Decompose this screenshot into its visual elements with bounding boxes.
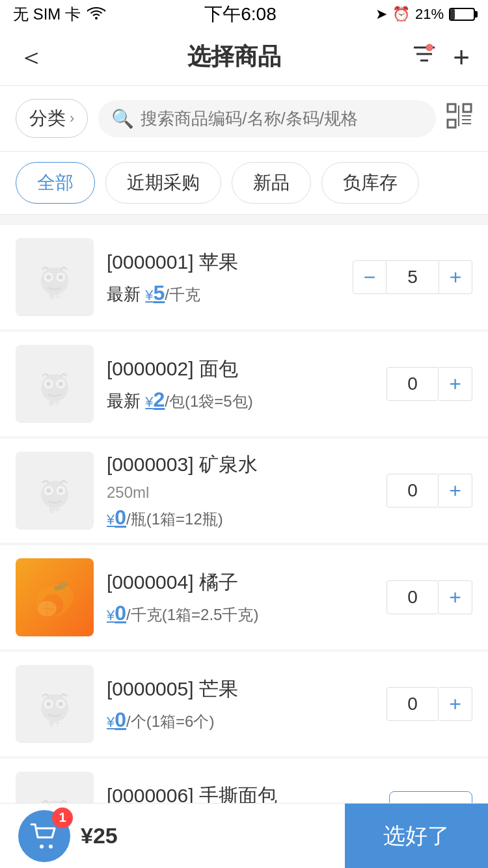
qty-input-0[interactable] xyxy=(386,260,439,294)
svg-point-43 xyxy=(46,702,51,707)
svg-point-17 xyxy=(59,275,63,280)
product-list: 智十 [0000001] 苹果 最新 ¥5/千克 − + xyxy=(0,225,488,868)
qty-input-2[interactable] xyxy=(386,474,439,508)
qty-input-4[interactable] xyxy=(386,687,439,721)
product-item: 智十 [0000001] 苹果 最新 ¥5/千克 − + xyxy=(0,225,488,329)
cart-svg-icon xyxy=(30,823,59,849)
svg-rect-8 xyxy=(448,120,455,128)
qty-plus-3[interactable]: + xyxy=(439,580,472,614)
product-info-0: [0000001] 苹果 最新 ¥5/千克 xyxy=(107,249,340,306)
scan-icon[interactable] xyxy=(446,103,472,135)
product-thumb-3 xyxy=(16,558,94,636)
product-thumb-2: 智十 xyxy=(16,452,94,530)
qty-control-3: + xyxy=(386,580,472,614)
status-bar: 无 SIM 卡 下午6:08 ➤ ⏰ 21% xyxy=(0,0,488,29)
owl-logo-icon: 智十 xyxy=(32,681,77,727)
qty-plus-0[interactable]: + xyxy=(439,260,472,294)
product-info-3: [0000004] 橘子 ¥0/千克(1箱=2.5千克) xyxy=(107,569,373,625)
qty-control-4: + xyxy=(386,687,472,721)
product-info-1: [0000002] 面包 最新 ¥2/包(1袋=5包) xyxy=(107,356,373,413)
product-item: 智十 [0000002] 面包 最新 ¥2/包(1袋=5包) + xyxy=(0,332,488,436)
product-spec-2: 250ml xyxy=(107,483,373,502)
svg-point-25 xyxy=(41,481,68,508)
page-title: 选择商品 xyxy=(187,41,281,73)
product-name-2: [0000003] 矿泉水 xyxy=(107,452,373,478)
product-price-0: 最新 ¥5/千克 xyxy=(107,281,340,306)
battery-icon xyxy=(449,8,475,21)
tab-new[interactable]: 新品 xyxy=(232,162,311,204)
owl-logo-icon: 智十 xyxy=(32,468,77,513)
svg-point-58 xyxy=(40,845,44,848)
category-chevron: › xyxy=(70,110,74,127)
tab-recent[interactable]: 近期采购 xyxy=(105,162,221,204)
qty-plus-1[interactable]: + xyxy=(439,367,472,401)
product-item: [0000004] 橘子 ¥0/千克(1箱=2.5千克) + xyxy=(0,545,488,649)
svg-point-44 xyxy=(59,702,63,707)
product-info-2: [0000003] 矿泉水 250ml ¥0/瓶(1箱=12瓶) xyxy=(107,452,373,530)
product-thumb-4: 智十 xyxy=(16,665,94,743)
product-name-0: [0000001] 苹果 xyxy=(107,249,340,276)
search-area: 分类 › 🔍 xyxy=(0,86,488,152)
svg-point-16 xyxy=(46,275,51,280)
qty-minus-0[interactable]: − xyxy=(353,260,386,294)
product-price-4: ¥0/个(1箱=6个) xyxy=(107,708,373,732)
svg-point-22 xyxy=(46,382,51,387)
orange-image xyxy=(32,575,77,620)
svg-point-28 xyxy=(46,489,51,493)
status-bar-right: ➤ ⏰ 21% xyxy=(375,6,475,23)
qty-input-1[interactable] xyxy=(386,367,439,401)
search-input[interactable] xyxy=(141,109,423,129)
svg-text:智十: 智十 xyxy=(49,293,61,300)
cart-section: 1 ¥25 xyxy=(0,810,345,862)
category-label: 分类 xyxy=(29,106,66,131)
product-name-4: [0000005] 芒果 xyxy=(107,676,373,703)
alarm-icon: ⏰ xyxy=(392,6,410,23)
svg-text:智十: 智十 xyxy=(49,507,61,513)
tab-all[interactable]: 全部 xyxy=(16,162,95,204)
svg-rect-6 xyxy=(448,104,455,112)
svg-point-23 xyxy=(59,382,63,387)
tab-negative[interactable]: 负库存 xyxy=(321,162,419,204)
confirm-button[interactable]: 选好了 xyxy=(345,804,488,869)
qty-control-1: + xyxy=(386,367,472,401)
svg-point-13 xyxy=(41,267,68,295)
product-price-3: ¥0/千克(1箱=2.5千克) xyxy=(107,601,373,625)
product-thumb-0: 智十 xyxy=(16,238,94,316)
qty-input-3[interactable] xyxy=(386,580,439,614)
bottom-bar: 1 ¥25 选好了 xyxy=(0,803,488,868)
svg-point-29 xyxy=(59,489,63,493)
nav-bar: ＜ 选择商品 + xyxy=(0,29,488,86)
nav-actions: + xyxy=(411,41,470,74)
location-icon: ➤ xyxy=(375,6,387,23)
product-price-1: 最新 ¥2/包(1袋=5包) xyxy=(107,388,373,413)
category-button[interactable]: 分类 › xyxy=(16,99,88,138)
product-thumb-1: 智十 xyxy=(16,345,94,423)
qty-plus-4[interactable]: + xyxy=(439,687,472,721)
product-price-2: ¥0/瓶(1箱=12瓶) xyxy=(107,506,373,530)
back-button[interactable]: ＜ xyxy=(18,39,57,75)
product-item: 智十 [0000003] 矿泉水 250ml ¥0/瓶(1箱=12瓶) + xyxy=(0,439,488,543)
status-bar-time: 下午6:08 xyxy=(204,2,277,27)
product-info-4: [0000005] 芒果 ¥0/个(1箱=6个) xyxy=(107,676,373,732)
svg-point-59 xyxy=(49,845,53,848)
cart-total: ¥25 xyxy=(81,823,118,848)
owl-logo-icon: 智十 xyxy=(32,254,77,300)
product-item: 智十 [0000005] 芒果 ¥0/个(1箱=6个) + xyxy=(0,652,488,756)
product-name-1: [0000002] 面包 xyxy=(107,356,373,383)
filter-icon[interactable] xyxy=(411,42,437,72)
cart-icon[interactable]: 1 xyxy=(18,810,70,862)
list-spacer xyxy=(0,215,488,225)
svg-point-19 xyxy=(41,374,68,401)
svg-text:智十: 智十 xyxy=(49,720,61,727)
svg-text:智十: 智十 xyxy=(49,400,61,407)
qty-plus-2[interactable]: + xyxy=(439,474,472,508)
product-name-3: [0000004] 橘子 xyxy=(107,569,373,596)
cart-badge: 1 xyxy=(52,807,73,828)
search-icon: 🔍 xyxy=(111,108,134,129)
carrier-label: 无 SIM 卡 xyxy=(13,4,81,25)
battery-fill xyxy=(450,9,455,20)
svg-rect-7 xyxy=(463,104,471,112)
status-bar-left: 无 SIM 卡 xyxy=(13,4,105,25)
qty-control-2: + xyxy=(386,474,472,508)
add-icon[interactable]: + xyxy=(453,41,470,74)
